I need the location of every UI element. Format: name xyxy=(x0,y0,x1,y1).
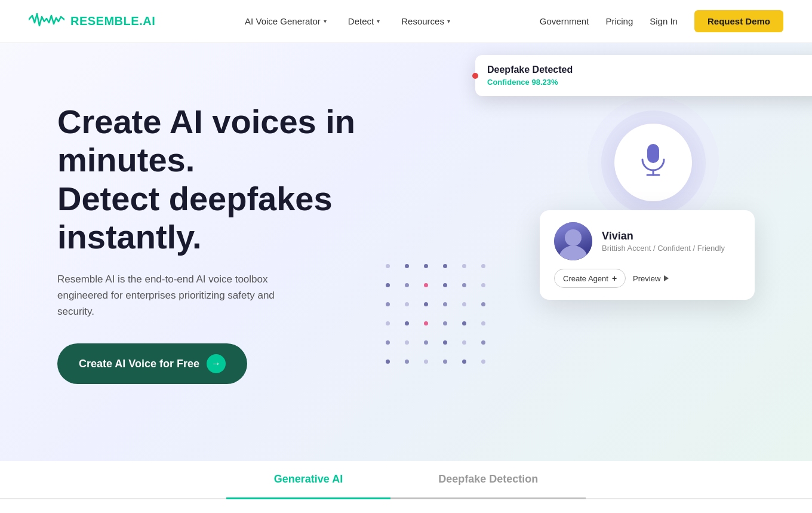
microphone-icon xyxy=(639,143,668,183)
dot xyxy=(481,264,485,268)
dot xyxy=(405,302,409,306)
nav-link-sign-in[interactable]: Sign In xyxy=(650,16,678,26)
logo[interactable]: RESEMBLE.AI xyxy=(29,11,155,32)
dot xyxy=(405,283,409,287)
dot xyxy=(405,264,409,268)
nav-link-pricing[interactable]: Pricing xyxy=(605,16,633,26)
hero-subtitle: Resemble AI is the end-to-end AI voice t… xyxy=(57,271,308,320)
dot xyxy=(405,340,409,345)
arrow-right-icon: → xyxy=(207,354,226,373)
nav-item-ai-voice-generator[interactable]: AI Voice Generator ▾ xyxy=(245,16,327,26)
dot xyxy=(462,264,466,268)
dot xyxy=(462,360,466,364)
chevron-down-icon: ▾ xyxy=(324,18,327,24)
dot xyxy=(481,340,485,345)
deepfake-title: Deepfake Detected xyxy=(487,64,812,75)
dot xyxy=(386,283,390,287)
dot xyxy=(462,302,466,306)
dot xyxy=(462,321,466,325)
dot xyxy=(424,360,428,364)
dot xyxy=(424,264,428,268)
create-agent-button[interactable]: Create Agent + xyxy=(554,269,626,288)
dot xyxy=(481,302,485,306)
dot xyxy=(443,340,447,345)
dot xyxy=(386,264,390,268)
nav-item-resources[interactable]: Resources ▾ xyxy=(401,16,450,26)
dot-grid xyxy=(386,264,493,371)
dot xyxy=(386,321,390,325)
navbar: RESEMBLE.AI AI Voice Generator ▾ Detect … xyxy=(0,0,812,43)
dot xyxy=(405,360,409,364)
dot xyxy=(386,340,390,345)
mic-inner xyxy=(614,124,692,201)
deepfake-confidence: Confidence 98.23% xyxy=(487,78,812,87)
play-icon xyxy=(664,275,669,281)
dot xyxy=(481,283,485,287)
chevron-down-icon: ▾ xyxy=(447,18,450,24)
nav-link-government[interactable]: Government xyxy=(540,16,589,26)
dot xyxy=(386,302,390,306)
dot xyxy=(481,321,485,325)
hero-title: Create AI voices in minutes. Detect deep… xyxy=(57,103,368,257)
avatar-face xyxy=(554,222,592,260)
dot xyxy=(424,321,428,325)
dot xyxy=(424,340,428,345)
svg-rect-0 xyxy=(647,144,659,163)
tab-generative-ai[interactable]: Generative AI xyxy=(226,461,390,499)
tab-deepfake-detection[interactable]: Deepfake Detection xyxy=(390,461,586,499)
hero-left: Create AI voices in minutes. Detect deep… xyxy=(57,91,368,384)
dot xyxy=(424,302,428,306)
chevron-down-icon: ▾ xyxy=(377,18,380,24)
logo-text: RESEMBLE.AI xyxy=(70,14,155,28)
preview-button[interactable]: Preview xyxy=(633,274,669,283)
dot xyxy=(443,302,447,306)
dot xyxy=(481,360,485,364)
dot xyxy=(443,321,447,325)
plus-icon: + xyxy=(612,274,617,283)
dot xyxy=(424,283,428,287)
tabs-section: Generative AI Deepfake Detection xyxy=(0,461,812,499)
voice-description: Brittish Accent / Confident / Friendly xyxy=(602,244,725,253)
dot xyxy=(386,360,390,364)
dot xyxy=(443,283,447,287)
voice-card: Vivian Brittish Accent / Confident / Fri… xyxy=(540,210,755,300)
voice-name: Vivian xyxy=(602,230,725,242)
mic-visual xyxy=(588,97,719,228)
request-demo-button[interactable]: Request Demo xyxy=(694,10,783,32)
dot xyxy=(405,321,409,325)
voice-info: Vivian Brittish Accent / Confident / Fri… xyxy=(602,230,725,253)
deepfake-indicator xyxy=(472,73,478,79)
deepfake-card: Deepfake Detected Confidence 98.23% xyxy=(475,55,812,96)
hero-right: Vivian Brittish Accent / Confident / Fri… xyxy=(368,91,755,425)
nav-item-detect[interactable]: Detect ▾ xyxy=(348,16,380,26)
logo-wave-icon xyxy=(29,11,64,32)
dot xyxy=(443,360,447,364)
dot xyxy=(462,340,466,345)
hero-section: Create AI voices in minutes. Detect deep… xyxy=(0,43,812,461)
create-ai-voice-button[interactable]: Create AI Voice for Free → xyxy=(57,343,247,384)
nav-center: AI Voice Generator ▾ Detect ▾ Resources … xyxy=(245,16,450,26)
voice-card-actions: Create Agent + Preview xyxy=(554,269,740,288)
voice-card-top: Vivian Brittish Accent / Confident / Fri… xyxy=(554,222,740,260)
dot xyxy=(443,264,447,268)
avatar xyxy=(554,222,592,260)
nav-right: Government Pricing Sign In Request Demo xyxy=(540,10,783,32)
dot xyxy=(462,283,466,287)
